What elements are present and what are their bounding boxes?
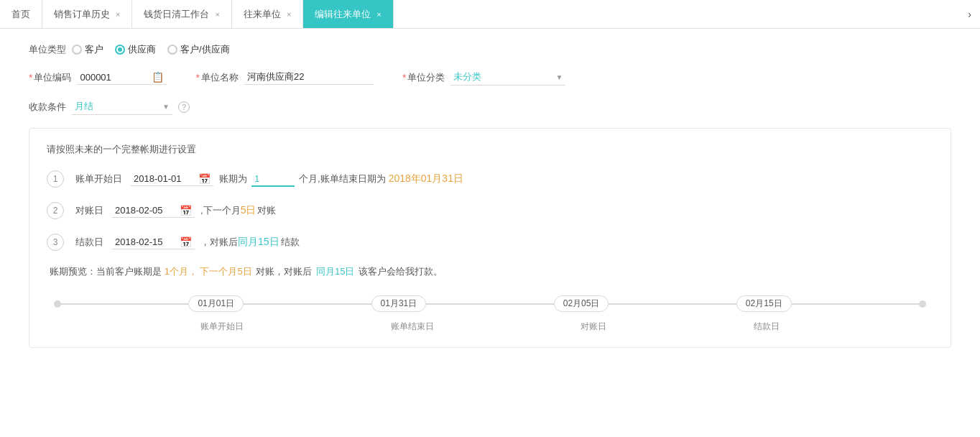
unit-name-label: 单位名称 bbox=[201, 71, 239, 84]
unit-category-chevron-icon: ▼ bbox=[555, 73, 563, 81]
timeline-container: 01月01日 01月31日 02月05日 02月15日 bbox=[47, 295, 933, 333]
preview-label: 账期预览：当前客户账期是 bbox=[50, 266, 162, 277]
radio-supplier[interactable]: 供应商 bbox=[115, 43, 156, 56]
tab-sales-history-close[interactable]: × bbox=[116, 10, 120, 19]
row-3-cal-icon[interactable]: 📅 bbox=[177, 236, 195, 248]
preview-mid: 下一个月5日 bbox=[200, 266, 251, 277]
row-1-cal-icon[interactable]: 📅 bbox=[195, 173, 213, 185]
preview-end: 同月15日 bbox=[316, 266, 354, 277]
tl-node-3-label: 对账日 bbox=[581, 321, 606, 333]
row-1-field-label: 账单开始日 bbox=[75, 172, 122, 185]
preview-row: 账期预览：当前客户账期是 1个月， 下一个月5日 对账，对账后 同月15日 该客… bbox=[47, 265, 933, 278]
row-num-3: 3 bbox=[47, 234, 64, 251]
row-1-date-input[interactable] bbox=[131, 172, 195, 185]
radio-both-label: 客户/供应商 bbox=[180, 43, 230, 56]
tab-home[interactable]: 首页 bbox=[0, 0, 42, 28]
radio-supplier-circle bbox=[115, 45, 125, 55]
payment-terms-label: 收款条件 bbox=[29, 101, 66, 114]
radio-customer-label: 客户 bbox=[85, 43, 103, 56]
unit-category-label: 单位分类 bbox=[407, 71, 445, 84]
row-1-end-date: 2018年01月31日 bbox=[389, 172, 463, 185]
tl-node-1-label: 账单开始日 bbox=[200, 321, 244, 333]
tl-node-1: 01月01日 bbox=[188, 295, 244, 312]
unit-type-radio-group: 客户 供应商 客户/供应商 bbox=[72, 43, 230, 56]
unit-category-required: * bbox=[402, 72, 406, 83]
row-3-desc-prefix: ，对账后 bbox=[200, 236, 238, 249]
tabs-bar: 首页 销售订单历史 × 钱货日清工作台 × 往来单位 × 编辑往来单位 × › bbox=[0, 0, 980, 29]
tab-more-button[interactable]: › bbox=[959, 9, 980, 20]
tl-node-4: 02月15日 bbox=[736, 295, 792, 312]
tl-node-2-label: 账单结束日 bbox=[391, 321, 434, 333]
tab-cash-daily-close[interactable]: × bbox=[215, 10, 219, 19]
tl-line-1 bbox=[61, 303, 188, 305]
preview-tail: 该客户会给我打款。 bbox=[359, 266, 443, 277]
unit-code-input[interactable] bbox=[77, 70, 149, 84]
radio-customer-circle bbox=[72, 45, 82, 55]
preview-period: 1个月， bbox=[165, 266, 198, 277]
tl-node-2-date: 01月31日 bbox=[371, 295, 427, 312]
unit-name-required: * bbox=[195, 72, 199, 83]
row-3-field-label: 结款日 bbox=[75, 236, 103, 249]
unit-code-icon[interactable]: 📋 bbox=[149, 71, 167, 83]
tl-node-2: 01月31日 bbox=[371, 295, 427, 312]
tab-edit-partner-close[interactable]: × bbox=[376, 10, 381, 19]
settlement-section: 请按照未来的一个完整帐期进行设置 1 账单开始日 📅 账期为 个月,账单结束日期… bbox=[29, 128, 951, 348]
unit-type-row: 单位类型 客户 供应商 客户/供应商 bbox=[29, 43, 951, 56]
row-3-date-input-wrap: 📅 bbox=[112, 235, 195, 249]
tab-edit-partner[interactable]: 编辑往来单位 × bbox=[303, 0, 393, 28]
period-input[interactable] bbox=[251, 172, 295, 187]
tl-node-3-date: 02月05日 bbox=[554, 295, 609, 312]
main-content: 单位类型 客户 供应商 客户/供应商 * 单位编码 📋 bbox=[0, 29, 980, 437]
payment-terms-help-icon[interactable]: ? bbox=[178, 101, 190, 113]
row-2-date-input-wrap: 📅 bbox=[112, 203, 195, 218]
tl-line-2 bbox=[244, 303, 371, 305]
tab-cash-daily[interactable]: 钱货日清工作台 × bbox=[132, 0, 231, 28]
row-1-desc-suffix: 个月,账单结束日期为 bbox=[299, 172, 386, 185]
radio-both-circle bbox=[167, 45, 177, 55]
row-1-desc-prefix: 账期为 bbox=[219, 172, 247, 185]
tab-sales-history[interactable]: 销售订单历史 × bbox=[42, 0, 132, 28]
unit-category-value: 未分类 bbox=[453, 70, 555, 83]
radio-both[interactable]: 客户/供应商 bbox=[167, 43, 230, 56]
tl-node-4-label: 结款日 bbox=[754, 321, 780, 333]
tl-node-1-date: 01月01日 bbox=[188, 295, 244, 312]
row-3-desc-suffix: 结款 bbox=[281, 236, 300, 249]
tab-partner-close[interactable]: × bbox=[287, 10, 291, 19]
timeline-labels: 账单开始日 账单结束日 对账日 结款日 bbox=[54, 312, 926, 333]
row-2-date-input[interactable] bbox=[112, 203, 177, 217]
unit-name-input[interactable] bbox=[244, 70, 374, 85]
unit-type-label: 单位类型 bbox=[29, 43, 66, 56]
tl-node-3: 02月05日 bbox=[554, 295, 609, 312]
payment-terms-row: 收款条件 月结 ▼ ? bbox=[29, 98, 951, 115]
settlement-row-1: 1 账单开始日 📅 账期为 个月,账单结束日期为 2018年01月31日 bbox=[47, 170, 933, 188]
payment-terms-chevron-icon: ▼ bbox=[162, 103, 170, 111]
row-2-cal-icon[interactable]: 📅 bbox=[177, 205, 195, 216]
tab-partner[interactable]: 往来单位 × bbox=[232, 0, 303, 28]
row-2-field-label: 对账日 bbox=[75, 204, 103, 217]
settlement-row-3: 3 结款日 📅 ，对账后 同月15日 结款 bbox=[47, 234, 933, 251]
row-3-date-input[interactable] bbox=[112, 235, 177, 249]
tl-label-1: 账单开始日 bbox=[200, 316, 244, 333]
tl-label-3: 对账日 bbox=[581, 316, 606, 333]
radio-customer[interactable]: 客户 bbox=[72, 43, 103, 56]
tl-label-4: 结款日 bbox=[754, 316, 780, 333]
tl-line-3 bbox=[426, 303, 553, 305]
unit-code-field: * 单位编码 📋 bbox=[29, 70, 167, 85]
tab-cash-daily-label: 钱货日清工作台 bbox=[144, 8, 209, 21]
payment-terms-select[interactable]: 月结 ▼ bbox=[72, 98, 172, 115]
tl-line-4 bbox=[609, 303, 736, 305]
preview-mid2: 对账，对账后 bbox=[256, 266, 312, 277]
tab-partner-label: 往来单位 bbox=[244, 8, 281, 21]
row-2-highlight: 5日 bbox=[241, 204, 256, 217]
row-3-highlight: 同月15日 bbox=[238, 236, 279, 249]
tab-home-label: 首页 bbox=[11, 8, 30, 21]
row-num-1: 1 bbox=[47, 170, 64, 188]
unit-category-select[interactable]: 未分类 ▼ bbox=[450, 69, 565, 86]
row-1-date-input-wrap: 📅 bbox=[131, 172, 213, 186]
settlement-row-2: 2 对账日 📅 ,下一个月 5日 对账 bbox=[47, 202, 933, 219]
timeline-track: 01月01日 01月31日 02月05日 02月15日 bbox=[54, 295, 926, 312]
unit-code-required: * bbox=[29, 72, 32, 83]
payment-terms-value: 月结 bbox=[75, 100, 162, 113]
radio-supplier-label: 供应商 bbox=[128, 43, 156, 56]
tl-dot-end bbox=[919, 300, 926, 308]
